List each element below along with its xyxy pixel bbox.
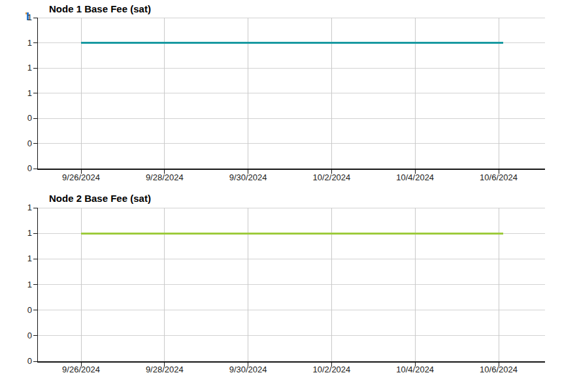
y-gridline xyxy=(38,284,545,285)
series-line xyxy=(81,233,503,235)
y-axis-tick xyxy=(33,208,37,208)
y-gridline xyxy=(38,259,545,259)
y-tick-label: 1 xyxy=(10,203,32,213)
y-tick-label: 1 xyxy=(10,253,32,264)
x-gridline xyxy=(248,208,248,361)
y-tick-label: 1 xyxy=(10,228,32,238)
y-tick-label: 1 xyxy=(10,280,32,290)
chart-title: Node 2 Base Fee (sat) xyxy=(49,192,151,205)
charts-canvas: Node 1 Base Fee (sat) 11110009/26/20249/… xyxy=(0,0,562,392)
y-tick-label: 0 xyxy=(10,356,32,367)
y-axis-tick xyxy=(33,284,37,285)
y-axis-line xyxy=(37,208,39,363)
x-tick-label: 9/28/2024 xyxy=(135,365,194,375)
x-tick-label: 10/4/2024 xyxy=(386,365,444,375)
y-axis-tick xyxy=(33,361,37,362)
x-gridline xyxy=(81,208,82,361)
x-axis-line xyxy=(37,361,546,363)
chart-node-2-base-fee: Node 2 Base Fee (sat) 11110009/26/20249/… xyxy=(0,0,562,392)
x-gridline xyxy=(415,208,416,361)
y-gridline xyxy=(38,208,545,208)
x-gridline xyxy=(331,208,332,361)
y-axis-tick xyxy=(33,335,37,336)
x-tick-label: 10/6/2024 xyxy=(469,365,528,375)
y-axis-tick xyxy=(33,259,37,259)
x-gridline xyxy=(164,208,165,361)
x-tick-label: 10/2/2024 xyxy=(302,365,361,375)
y-tick-label: 0 xyxy=(10,331,32,341)
x-tick-label: 9/30/2024 xyxy=(219,365,278,375)
y-gridline xyxy=(38,335,545,336)
y-axis-tick xyxy=(33,310,37,310)
y-tick-label: 0 xyxy=(10,305,32,316)
y-gridline xyxy=(38,310,545,310)
x-gridline xyxy=(499,208,499,361)
y-axis-tick xyxy=(33,233,37,234)
x-tick-label: 9/26/2024 xyxy=(52,365,110,375)
